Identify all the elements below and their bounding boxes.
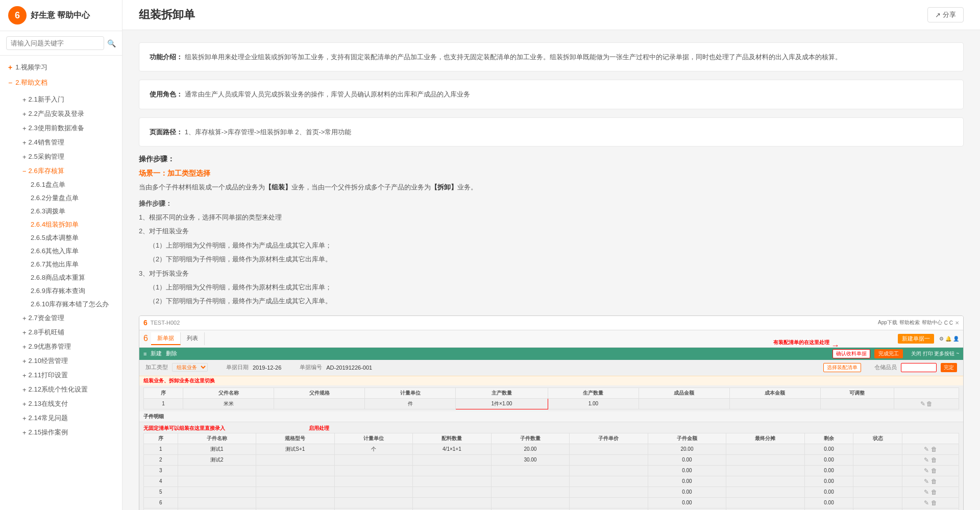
- col-recipe-qty: 配料数量: [413, 433, 492, 444]
- main-area: 组装拆卸单 ↗ 分享 功能介绍： 组装拆卸单用来处理企业组装或拆卸等加工业务，支…: [122, 0, 980, 510]
- collapse-icon: −: [8, 79, 12, 87]
- sidebar: 6 好生意 帮助中心 🔍 + 1.视频学习 − 2.帮助文档 + 2.1新手入门…: [0, 0, 122, 510]
- ss-date-label: 单据日期: [226, 363, 249, 371]
- sidebar-item-2610[interactable]: 2.6.10库存账本错了怎么办: [24, 298, 122, 311]
- main-header: 组装拆卸单 ↗ 分享: [122, 0, 980, 30]
- screenshot-navbar: 6 新单据 列表 新建单据一 ⚙ 🔔 👤: [139, 330, 963, 348]
- ss-row-edit-icon[interactable]: ✎: [920, 400, 925, 407]
- annotation-biztype: 组装业务、拆卸业务在这里切换: [143, 377, 215, 384]
- ss-new-doc-btn[interactable]: 新建单据一: [898, 334, 934, 344]
- ss-type-select[interactable]: 组装业务 拆卸业务: [172, 363, 208, 372]
- sidebar-item-25[interactable]: + 2.5采购管理: [16, 150, 122, 164]
- sidebar-item-266[interactable]: 2.6.6其他入库单: [24, 245, 122, 258]
- table-row: 1测试1测试S+1个4/1×1+120.0020.000.00✎ 🗑: [144, 444, 959, 454]
- sidebar-item-23[interactable]: + 2.3使用前数据准备: [16, 121, 122, 135]
- path-block: 页面路径： 1、库存核算->库存管理->组装拆卸单 2、首页->常用功能: [139, 117, 964, 147]
- screenshot-topbar: ≡ 新建 删除 确认收料单据 有装配清单的在这里处理 → 完成完工 关闭 打印 …: [139, 348, 963, 360]
- col-child-amt: 子件金额: [648, 433, 726, 444]
- sidebar-item-help-docs[interactable]: − 2.帮助文档: [0, 75, 122, 90]
- ss-icon-user: 帮助中心: [922, 319, 942, 326]
- sidebar-item-268[interactable]: 2.6.8商品成本重算: [24, 271, 122, 284]
- table-row: 30.000.00✎ 🗑: [144, 465, 959, 476]
- ss-tab-new[interactable]: 新单据: [151, 332, 181, 345]
- role-block: 使用角色： 通常由生产人员或库管人员完成拆装业务的操作，库管人员确认原材料的出库…: [139, 80, 964, 109]
- ss-row-del-icon[interactable]: 🗑: [926, 400, 933, 407]
- ss-confirm-btn[interactable]: 确认收料单据: [832, 349, 870, 358]
- sidebar-item-video[interactable]: + 1.视频学习: [0, 60, 122, 75]
- ss-nav-logo: 6: [143, 334, 148, 343]
- sidebar-item-27[interactable]: + 2.7资金管理: [16, 311, 122, 325]
- screenshot: 6 TEST-H002 App下载 帮助检索 帮助中心 C C ✕ 6 新单据 …: [139, 315, 964, 510]
- path-text: 1、库存核算->库存管理->组装拆卸单 2、首页->常用功能: [185, 128, 352, 136]
- col-main-qty: 主产数量: [456, 387, 548, 398]
- screenshot-form-row: 加工类型 组装业务 拆卸业务 单据日期 2019-12-26 单据编号 AD-2…: [139, 360, 963, 376]
- step3-2: （2）下部明细为子件明细，最终作为产成品生成其它入库单。: [149, 295, 964, 307]
- sidebar-item-265[interactable]: 2.6.5成本调整单: [24, 231, 122, 245]
- col-child-spec: 规格型号: [256, 433, 335, 444]
- sidebar-item-262[interactable]: 2.6.2分量盘点单: [24, 191, 122, 205]
- screenshot-lower-table-header: 子件明细: [139, 411, 963, 422]
- sidebar-item-label: 2.帮助文档: [15, 78, 47, 87]
- sidebar-sub-sub-nav: 2.6.1盘点单 2.6.2分量盘点单 2.6.3调拨单 2.6.4组装拆卸单 …: [16, 178, 122, 311]
- sidebar-item-24[interactable]: + 2.4销售管理: [16, 135, 122, 150]
- sidebar-item-211[interactable]: + 2.11打印设置: [16, 368, 122, 382]
- search-input[interactable]: [6, 36, 104, 50]
- sidebar-item-22[interactable]: + 2.2产品安装及登录: [16, 107, 122, 121]
- col-child-qty: 子件数量: [491, 433, 570, 444]
- sidebar-item-210[interactable]: + 2.10经营管理: [16, 354, 122, 368]
- col-parent-spec: 父件规格: [274, 387, 365, 398]
- search-icon[interactable]: 🔍: [107, 39, 116, 47]
- sidebar-item-label: 1.视频学习: [15, 63, 47, 72]
- role-text: 通常由生产人员或库管人员完成拆装业务的操作，库管人员确认原材料的出库和产成品的入…: [185, 90, 470, 98]
- sidebar-item-213[interactable]: + 2.13在线支付: [16, 397, 122, 411]
- sidebar-item-215[interactable]: + 2.15操作案例: [16, 425, 122, 440]
- share-button[interactable]: ↗ 分享: [927, 7, 964, 22]
- sidebar-sub-nav: + 2.1新手入门 + 2.2产品安装及登录 + 2.3使用前数据准备 + 2.…: [0, 90, 122, 442]
- col-child-unit: 计量单位: [334, 433, 413, 444]
- share-icon: ↗: [935, 11, 941, 19]
- path-label: 页面路径：: [150, 128, 183, 136]
- ops-label: 操作步骤：: [139, 155, 964, 164]
- col-cost-amt: 成本金额: [729, 387, 820, 398]
- col-seq: 序: [144, 387, 183, 398]
- ss-icon-help: 帮助检索: [899, 319, 920, 326]
- ss-person-input[interactable]: [901, 363, 937, 372]
- ops-steps-label: 操作步骤：: [139, 198, 964, 209]
- annotation-recipe: 有装配清单的在这里处理: [773, 339, 829, 346]
- table-row: 70.000.00✎ 🗑: [144, 508, 959, 510]
- step1: 1、根据不同的业务，选择不同单据的类型来处理: [139, 211, 964, 223]
- func-intro-block: 功能介绍： 组装拆卸单用来处理企业组装或拆卸等加工业务，支持有固定装配清单的产品…: [139, 42, 964, 71]
- step2: 2、对于组装业务: [139, 225, 964, 237]
- ss-icon-app: App下载: [878, 319, 897, 326]
- sidebar-item-263[interactable]: 2.6.3调拨单: [24, 205, 122, 218]
- ss-ok-btn[interactable]: 完定: [941, 363, 957, 372]
- ss-close-icon: ✕: [955, 320, 959, 326]
- col-prod-qty: 生产数量: [548, 387, 639, 398]
- col-unit: 计量单位: [365, 387, 456, 398]
- col-remain: 剩余: [804, 433, 853, 444]
- col-parent-name: 父件名称: [183, 387, 274, 398]
- ss-topbar-del: 删除: [166, 350, 177, 357]
- expand-icon: +: [8, 63, 12, 71]
- ss-tab-list[interactable]: 列表: [181, 332, 205, 345]
- sidebar-item-28[interactable]: + 2.8手机旺铺: [16, 325, 122, 339]
- sidebar-item-26[interactable]: − 2.6库存核算: [16, 164, 122, 178]
- col-prod-amt: 成品金额: [639, 387, 729, 398]
- col-status: 状态: [853, 433, 902, 444]
- col-adj: 可调整: [820, 387, 894, 398]
- ss-recipe-btn[interactable]: 选择装配清单: [823, 363, 861, 372]
- sidebar-item-214[interactable]: + 2.14常见问题: [16, 411, 122, 425]
- sidebar-item-261[interactable]: 2.6.1盘点单: [24, 178, 122, 191]
- col-child-price: 子件单价: [570, 433, 648, 444]
- sidebar-item-29[interactable]: + 2.9优惠券管理: [16, 339, 122, 354]
- sidebar-item-212[interactable]: + 2.12系统个性化设置: [16, 382, 122, 397]
- ss-url: TEST-H002: [151, 320, 875, 326]
- sidebar-item-264[interactable]: 2.6.4组装拆卸单: [24, 218, 122, 231]
- screenshot-lower-table-area: 序 子件名称 规格型号 计量单位 配料数量 子件数量 子件单价 子件金额 最终分…: [139, 433, 963, 510]
- ss-complete-btn[interactable]: 完成完工: [874, 349, 903, 358]
- sidebar-item-269[interactable]: 2.6.9库存账本查询: [24, 284, 122, 298]
- biztype-bar: 组装业务、拆卸业务在这里切换: [139, 376, 963, 385]
- table-row: 1 米米 件 1件×1.00 1.00 ✎: [144, 398, 959, 409]
- sidebar-item-267[interactable]: 2.6.7其他出库单: [24, 258, 122, 271]
- sidebar-item-21[interactable]: + 2.1新手入门: [16, 92, 122, 107]
